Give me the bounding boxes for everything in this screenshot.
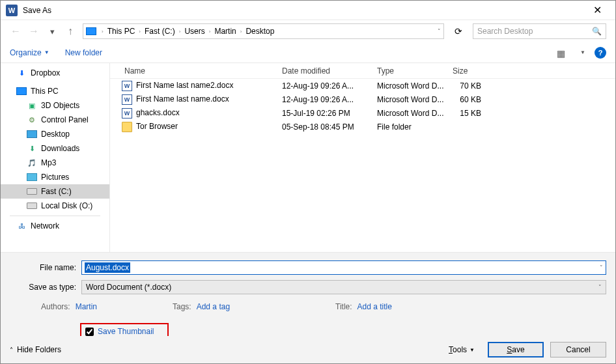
file-name: ghacks.docx xyxy=(136,108,180,117)
search-icon[interactable]: 🔍 xyxy=(592,27,602,36)
up-button[interactable]: ↑ xyxy=(64,25,76,37)
back-button[interactable]: ← xyxy=(10,25,21,37)
file-name: First Name last name2.docx xyxy=(136,81,233,90)
new-folder-button[interactable]: New folder xyxy=(65,48,102,57)
chevron-down-icon: ▼ xyxy=(469,347,475,353)
window-title: Save As xyxy=(23,6,584,15)
tags-value[interactable]: Add a tag xyxy=(197,302,230,311)
tree-item-label: Pictures xyxy=(41,173,69,182)
close-button[interactable]: ✕ xyxy=(584,4,610,16)
tree-item-desktop[interactable]: Desktop xyxy=(1,127,109,141)
cancel-button[interactable]: Cancel xyxy=(550,342,606,357)
file-row[interactable]: First Name last name2.docx12-Aug-19 09:2… xyxy=(110,79,615,92)
mp3-icon: 🎵 xyxy=(27,158,37,167)
file-name: First Name last name.docx xyxy=(136,94,229,104)
folder-tree: ⬇DropboxThis PC▣3D Objects⚙Control Panel… xyxy=(1,63,110,252)
tree-item-label: Downloads xyxy=(41,144,79,153)
footer: ˄ Hide Folders Tools ▼ Save Cancel xyxy=(1,336,615,363)
tree-item-dropbox[interactable]: ⬇Dropbox xyxy=(1,66,109,80)
file-date: 12-Aug-19 09:26 A... xyxy=(277,81,372,91)
save-thumbnail-label[interactable]: Save Thumbnail xyxy=(98,327,154,336)
tree-item-label: Network xyxy=(31,221,59,231)
file-size: 60 KB xyxy=(447,95,493,104)
tree-item-control-panel[interactable]: ⚙Control Panel xyxy=(1,113,109,127)
net-icon: 🖧 xyxy=(16,221,27,231)
file-size: 70 KB xyxy=(447,81,493,91)
file-date: 12-Aug-19 09:26 A... xyxy=(277,95,372,104)
help-button[interactable]: ? xyxy=(595,47,606,59)
tree-item-mp3[interactable]: 🎵Mp3 xyxy=(1,156,109,170)
chevron-right-icon[interactable]: › xyxy=(208,29,212,35)
tools-menu[interactable]: Tools ▼ xyxy=(449,345,475,354)
save-thumbnail-checkbox[interactable] xyxy=(85,328,94,336)
tree-item-3d-objects[interactable]: ▣3D Objects xyxy=(1,98,109,113)
filename-input[interactable]: August.docx ˅ xyxy=(81,260,606,275)
chevron-down-icon[interactable]: ▼ xyxy=(580,49,585,55)
word-doc-icon xyxy=(122,108,132,119)
tree-item-label: Local Disk (O:) xyxy=(41,201,92,210)
word-doc-icon xyxy=(122,81,132,91)
tree-item-label: 3D Objects xyxy=(41,101,79,110)
title-value[interactable]: Add a title xyxy=(357,302,392,311)
column-type[interactable]: Type xyxy=(372,66,447,76)
word-doc-icon xyxy=(122,94,132,105)
file-date: 15-Jul-19 02:26 PM xyxy=(277,109,372,118)
chevron-down-icon[interactable]: ˅ xyxy=(438,28,441,35)
chevron-right-icon[interactable]: › xyxy=(137,29,142,35)
ctrl-icon: ⚙ xyxy=(27,115,37,124)
filename-label: File name: xyxy=(10,263,81,272)
save-type-dropdown[interactable]: Word Document (*.docx) ˅ xyxy=(81,280,606,294)
authors-label: Authors: xyxy=(41,302,70,311)
breadcrumb-item[interactable]: Martin xyxy=(212,27,238,36)
file-row[interactable]: First Name last name.docx12-Aug-19 09:26… xyxy=(110,92,615,106)
view-options-button[interactable] xyxy=(557,48,571,57)
pic-icon xyxy=(27,173,37,182)
tree-item-label: Desktop xyxy=(41,130,70,139)
pc-icon xyxy=(86,27,96,35)
filename-value: August.docx xyxy=(85,262,130,273)
refresh-button[interactable]: ⟳ xyxy=(455,26,462,36)
tree-item-this-pc[interactable]: This PC xyxy=(1,84,109,98)
tree-item-label: Control Panel xyxy=(41,115,89,124)
recent-locations-button[interactable]: ▾ xyxy=(46,27,58,36)
file-name: Tor Browser xyxy=(136,122,178,131)
word-app-icon: W xyxy=(6,5,18,16)
column-name[interactable]: Name xyxy=(110,66,277,76)
tree-item-network[interactable]: 🖧Network xyxy=(1,219,109,233)
tree-item-label: This PC xyxy=(31,87,59,96)
chevron-right-icon[interactable]: › xyxy=(239,29,244,35)
breadcrumb-item[interactable]: This PC xyxy=(105,27,138,36)
tree-item-label: Mp3 xyxy=(41,158,56,167)
authors-value[interactable]: Martin xyxy=(76,302,97,311)
chevron-right-icon[interactable]: › xyxy=(100,29,105,35)
dropbox-icon: ⬇ xyxy=(16,68,27,77)
search-input[interactable]: Search Desktop 🔍 xyxy=(473,23,606,39)
tree-item-fast-c-[interactable]: Fast (C:) xyxy=(1,184,109,199)
obj3d-icon: ▣ xyxy=(27,101,37,110)
form-area: File name: August.docx ˅ Save as type: W… xyxy=(1,252,615,345)
file-row[interactable]: Tor Browser05-Sep-18 08:45 PMFile folder xyxy=(110,120,615,133)
main-area: ⬇DropboxThis PC▣3D Objects⚙Control Panel… xyxy=(1,63,615,252)
file-size: 15 KB xyxy=(447,109,493,118)
chevron-down-icon: ▼ xyxy=(44,49,49,55)
file-type: Microsoft Word D... xyxy=(372,81,447,91)
dl-icon: ⬇ xyxy=(27,144,37,153)
breadcrumb-item[interactable]: Desktop xyxy=(243,27,277,36)
breadcrumb-item[interactable]: Fast (C:) xyxy=(142,27,178,36)
address-bar[interactable]: › This PC › Fast (C:) › Users › Martin ›… xyxy=(83,23,444,39)
breadcrumb-item[interactable]: Users xyxy=(182,27,207,36)
file-row[interactable]: ghacks.docx15-Jul-19 02:26 PMMicrosoft W… xyxy=(110,106,615,120)
chevron-right-icon[interactable]: › xyxy=(178,29,182,35)
chevron-down-icon[interactable]: ˅ xyxy=(600,264,603,271)
organize-menu[interactable]: Organize ▼ xyxy=(10,48,49,57)
column-date[interactable]: Date modified xyxy=(277,66,372,76)
title-label: Title: xyxy=(335,302,352,311)
tree-item-local-disk-o-[interactable]: Local Disk (O:) xyxy=(1,199,109,213)
tree-item-downloads[interactable]: ⬇Downloads xyxy=(1,141,109,156)
column-size[interactable]: Size xyxy=(447,66,493,76)
forward-button[interactable]: → xyxy=(28,25,40,37)
hide-folders-button[interactable]: ˄ Hide Folders xyxy=(10,345,61,354)
save-button[interactable]: Save xyxy=(488,342,544,357)
desk-icon xyxy=(27,130,37,139)
tree-item-pictures[interactable]: Pictures xyxy=(1,170,109,184)
